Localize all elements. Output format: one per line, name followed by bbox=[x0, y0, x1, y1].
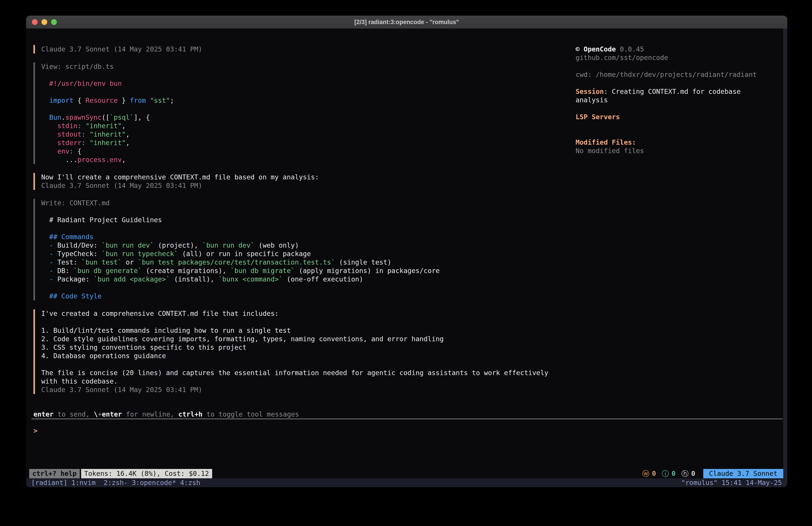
text-line bbox=[576, 104, 787, 113]
text-line: Claude 3.7 Sonnet (14 May 2025 03:41 PM) bbox=[41, 182, 548, 190]
text-line: Now I'll create a comprehensive CONTEXT.… bbox=[41, 173, 548, 182]
message-block: Claude 3.7 Sonnet (14 May 2025 03:41 PM) bbox=[33, 45, 548, 54]
scrollbar-track[interactable] bbox=[783, 29, 787, 487]
text-line: 3. CSS styling conventions specific to t… bbox=[41, 343, 548, 352]
text-line: stdout: "inherit", bbox=[41, 130, 548, 139]
text-line: Claude 3.7 Sonnet (14 May 2025 03:41 PM) bbox=[41, 45, 548, 54]
text-line bbox=[576, 121, 787, 130]
text-line bbox=[41, 360, 548, 369]
tmux-session-clock: "romulus" 15:41 14-May-25 bbox=[681, 478, 782, 487]
text-line: ## Code Style bbox=[41, 292, 548, 300]
text-line: import { Resource } from "sst"; bbox=[41, 96, 548, 105]
hint-diagnostic: ⓗ0 bbox=[681, 469, 695, 478]
minimize-button[interactable] bbox=[41, 19, 47, 25]
diagnostics-counters: ⓦ0ⓘ0ⓗ0 bbox=[642, 469, 701, 478]
text-line bbox=[41, 71, 548, 79]
text-line: stderr: "inherit", bbox=[41, 139, 548, 147]
chat-log: Claude 3.7 Sonnet (14 May 2025 03:41 PM)… bbox=[33, 45, 548, 403]
text-line: View: script/db.ts bbox=[41, 62, 548, 71]
text-line bbox=[576, 130, 787, 138]
message-block: Write: CONTEXT.md # Radiant Project Guid… bbox=[33, 199, 548, 300]
text-line: - DB: `bun db generate` (create migratio… bbox=[41, 267, 548, 275]
text-line: Bun.spawnSync([`psql`], { bbox=[41, 113, 548, 122]
info-count: 0 bbox=[672, 469, 676, 478]
text-line: cwd: /home/thdxr/dev/projects/radiant/ra… bbox=[576, 70, 787, 79]
text-line: Session: Creating CONTEXT.md for codebas… bbox=[576, 87, 787, 96]
text-line: 4. Database operations guidance bbox=[41, 352, 548, 360]
text-line: - Test: `bun test` or `bun test packages… bbox=[41, 258, 548, 267]
info-diagnostic: ⓘ0 bbox=[662, 469, 676, 478]
info-icon: ⓘ bbox=[662, 469, 669, 478]
traffic-lights bbox=[32, 16, 57, 29]
window-titlebar: [2/3] radiant:3:opencode - "romulus" bbox=[26, 16, 787, 29]
text-line: - Package: `bun add <package>` (install)… bbox=[41, 275, 548, 284]
text-line: No modified files bbox=[576, 147, 787, 155]
status-left-group: ctrl+? help Tokens: 16.4K (8%), Cost: $0… bbox=[29, 469, 212, 478]
text-line: - Build/Dev: `bun run dev` (project), `b… bbox=[41, 241, 548, 250]
message-block: Now I'll create a comprehensive CONTEXT.… bbox=[33, 173, 548, 190]
text-line bbox=[41, 88, 548, 96]
status-right-group: ⓦ0ⓘ0ⓗ0 Claude 3.7 Sonnet bbox=[642, 469, 783, 478]
tmux-status-bar: [radiant] 1:nvim 2:zsh- 3:opencode* 4:zs… bbox=[26, 478, 787, 487]
text-line bbox=[41, 224, 548, 233]
text-line bbox=[576, 79, 787, 87]
text-line bbox=[41, 318, 548, 326]
opencode-status-bar: ctrl+? help Tokens: 16.4K (8%), Cost: $0… bbox=[26, 469, 783, 478]
warning-icon: ⓦ bbox=[642, 469, 649, 478]
tokens-cost-badge: Tokens: 16.4K (8%), Cost: $0.12 bbox=[81, 469, 212, 478]
text-line bbox=[576, 62, 787, 70]
text-line: Claude 3.7 Sonnet (14 May 2025 03:41 PM) bbox=[41, 386, 548, 394]
text-line: ...process.env, bbox=[41, 156, 548, 164]
text-line: # Radiant Project Guidelines bbox=[41, 216, 548, 224]
opencode-sidebar: © OpenCode 0.0.45github.com/sst/opencode… bbox=[576, 45, 787, 155]
zoom-button[interactable] bbox=[51, 19, 57, 25]
text-line bbox=[41, 207, 548, 216]
model-badge[interactable]: Claude 3.7 Sonnet bbox=[703, 469, 783, 478]
hint-icon: ⓗ bbox=[681, 469, 688, 478]
text-line: with this codebase. bbox=[41, 377, 548, 386]
text-line: 2. Code style guidelines covering import… bbox=[41, 335, 548, 343]
warning-count: 0 bbox=[652, 469, 656, 478]
text-line: stdin: "inherit", bbox=[41, 122, 548, 130]
text-line: 1. Build/lint/test commands including ho… bbox=[41, 326, 548, 335]
text-line: #!/usr/bin/env bun bbox=[41, 79, 548, 88]
text-line: ## Commands bbox=[41, 233, 548, 241]
warning-diagnostic: ⓦ0 bbox=[642, 469, 656, 478]
hint-count: 0 bbox=[691, 469, 695, 478]
prompt-input[interactable]: > bbox=[33, 427, 38, 435]
text-line bbox=[41, 284, 548, 292]
tmux-window-list[interactable]: [radiant] 1:nvim 2:zsh- 3:opencode* 4:zs… bbox=[31, 478, 200, 487]
text-line: The file is concise (20 lines) and captu… bbox=[41, 369, 548, 377]
text-line: Modified Files: bbox=[576, 138, 787, 147]
text-line: Write: CONTEXT.md bbox=[41, 199, 548, 207]
text-line: env: { bbox=[41, 147, 548, 156]
text-line: I've created a comprehensive CONTEXT.md … bbox=[41, 309, 548, 318]
terminal-window: [2/3] radiant:3:opencode - "romulus" Cla… bbox=[26, 16, 787, 487]
help-badge[interactable]: ctrl+? help bbox=[29, 469, 80, 478]
close-button[interactable] bbox=[32, 19, 38, 25]
message-block: View: script/db.ts #!/usr/bin/env bun im… bbox=[33, 62, 548, 164]
text-line: - TypeCheck: `bun run typecheck` (all) o… bbox=[41, 250, 548, 258]
text-line: © OpenCode 0.0.45 bbox=[576, 45, 787, 54]
terminal-content: Claude 3.7 Sonnet (14 May 2025 03:41 PM)… bbox=[26, 29, 787, 487]
keybind-hint: enter to send, \+enter for newline, ctrl… bbox=[33, 410, 299, 418]
text-line: LSP Servers bbox=[576, 113, 787, 121]
input-separator bbox=[31, 418, 783, 419]
desktop-background: [2/3] radiant:3:opencode - "romulus" Cla… bbox=[0, 0, 812, 526]
window-title: [2/3] radiant:3:opencode - "romulus" bbox=[354, 19, 459, 26]
message-block: I've created a comprehensive CONTEXT.md … bbox=[33, 309, 548, 394]
text-line: github.com/sst/opencode bbox=[576, 54, 787, 62]
text-line: analysis bbox=[576, 96, 787, 104]
text-line bbox=[41, 105, 548, 113]
